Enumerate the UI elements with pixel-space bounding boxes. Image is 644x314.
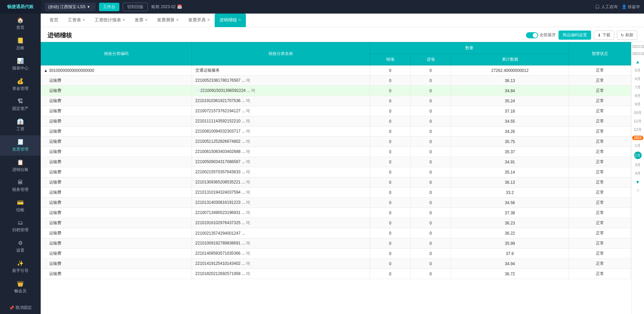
sidebar-item-sales-ledger[interactable]: 📋 进销台账 [0,156,41,176]
table-cell-status: 正常 [569,208,631,218]
panel-month-7[interactable]: 7月 [631,83,644,91]
panel-month-8[interactable]: 8月 [631,92,644,100]
table-cell-sales: 0 [370,116,410,126]
panel-nav-down[interactable]: ▼ [631,178,644,186]
toggle-label: 全部展开 [540,32,556,38]
panel-month-4[interactable]: 4月 [631,170,644,177]
page-title: 进销稽核 [47,31,72,39]
table-cell-invoice: 22100511252826674802 ... 吨 [192,137,370,147]
sidebar-item-funds[interactable]: 💰 资金管理 [0,75,41,95]
workbench-button[interactable]: 工作台 [99,3,119,11]
company-selector[interactable]: (勿动) 江西报宝-LSS ▾ [45,3,96,11]
panel-month-3[interactable]: 3月 [631,161,644,169]
table-cell-sales: 0 [370,76,410,86]
table-cell-invoice: 22101111143592152210 ... 吨 [192,116,370,126]
sidebar-item-member[interactable]: 👑 畅会员 [0,277,41,297]
tab-invoice[interactable]: 发票 ✕ [130,14,152,27]
toggle-expand[interactable]: 全部展开 [526,32,556,38]
panel-month-6[interactable]: 6月 [631,75,644,83]
table-row: 运输费 [41,76,192,86]
table-row: 运输费 [41,228,192,238]
download-button[interactable]: ⬇ 下载 [594,31,614,40]
table-cell-in: 0 [410,96,451,106]
panel-month-10[interactable]: 10月 [631,109,644,117]
support-link[interactable]: 🎧 人工咨询 [595,4,617,10]
member-icon: 👑 [17,280,24,287]
dropdown-icon: ▾ [87,4,90,9]
main-content: (勿动) 江西报宝-LSS ▾ 工作台 切到旧版 账期 2023-02 📅 🎧 … [41,0,644,314]
panel-month-9[interactable]: 9月 [631,100,644,108]
user-info[interactable]: 👤 徐鉴华 [622,4,640,10]
table-cell-total: 27262.40000000012 [451,65,569,76]
tab-close-invoice[interactable]: ✕ [145,18,148,22]
tab-close-salary-stats[interactable]: ✕ [122,18,125,22]
table-cell-sales: 0 [370,65,410,76]
sidebar-item-settings[interactable]: ⚙ 设置 [0,236,41,257]
fixed-assets-icon: 🏗 [18,98,23,104]
table-cell-status: 正常 [569,238,631,249]
unpin-button[interactable]: 📌 取消固定 [0,301,41,314]
table-cell-status: 正常 [569,147,631,157]
table-cell-invoice: 22101910361921707536 ... 吨 [192,96,370,106]
current-month-badge[interactable]: 2月 [634,152,642,159]
table-cell-status: 正常 [569,65,631,76]
col-tax-code: 税收分类编码 [41,42,192,65]
tabbar: 首页 工资表 ✕ 工资统计报表 ✕ 发票 ✕ 发票测算 ✕ 发票开具 ✕ 进销稽… [41,14,644,27]
table-cell-sales: 0 [370,137,410,147]
table-cell-status: 正常 [569,259,631,269]
sidebar-item-fixed-assets[interactable]: 🏗 固定资产 [0,95,41,115]
table-cell-sales: 0 [370,126,410,137]
sidebar-item-reports[interactable]: 📊 报表中心 [0,54,41,75]
panel-month-11[interactable]: 11月 [631,117,644,125]
sidebar-item-tax[interactable]: 🏛 税务管理 [0,176,41,196]
panel-month-5[interactable]: 5月 [631,66,644,74]
tab-close-salary-table[interactable]: ✕ [82,18,85,22]
calendar-icon[interactable]: 📅 [177,4,182,9]
switch-old-button[interactable]: 切到旧版 [123,3,148,11]
tab-close-invoice-open[interactable]: ✕ [207,18,210,22]
right-panel: 2023.02 2023.02 ▲ 5月 6月 7月 8月 9月 10月 11月… [631,42,644,314]
table-cell-sales: 0 [370,106,410,116]
table-row: 运输费 [41,208,192,218]
page-actions: 全部展开 商品编码设置 ⬇ 下载 ↻ 刷新 [526,31,637,40]
panel-month-12[interactable]: 12月 [631,126,644,134]
table-row: 运输费 [41,86,192,96]
reports-icon: 📊 [17,58,24,64]
sidebar-item-settlement[interactable]: 💳 结账 [0,196,41,216]
panel-fav[interactable]: ☆ [631,187,644,194]
tab-invoice-calc[interactable]: 发票测算 ✕ [152,14,183,27]
tab-close-invoice-calc[interactable]: ✕ [176,18,179,22]
table-cell-invoice: 22100215570357643633 ... 吨 [192,167,370,177]
table-cell-invoice: 22101309365208535221 ... 吨 [192,177,370,188]
sidebar-item-invoices[interactable]: 🧾 发票管理 [0,135,41,156]
sidebar-item-salary[interactable]: 👔 工资 [0,115,41,135]
panel-month-1[interactable]: 1月 [631,142,644,150]
table-cell-total: 35.24 [451,96,569,106]
tab-sales-check[interactable]: 进销稽核 ✕ [215,14,246,27]
table-cell-sales: 0 [370,259,410,269]
table-cell-total: 34.56 [451,198,569,208]
table-row: 运输费 [41,249,192,259]
table-cell-in: 0 [410,218,451,228]
sidebar: 畅捷通易代账 🏠 首页 📒 总账 📊 报表中心 💰 资金管理 🏗 固定资产 👔 … [0,0,41,314]
tab-invoice-open[interactable]: 发票开具 ✕ [183,14,215,27]
table-cell-sales: 0 [370,228,410,238]
table-cell-in: 0 [410,65,451,76]
product-code-button[interactable]: 商品编码设置 [559,31,591,40]
table-cell-sales: 0 [370,157,410,167]
sidebar-item-home[interactable]: 🏠 首页 [0,14,41,34]
panel-nav-up[interactable]: ▲ [631,58,644,66]
toggle-switch[interactable] [526,32,538,38]
tab-home[interactable]: 首页 [45,14,63,27]
sidebar-item-ledger[interactable]: 📒 总账 [0,34,41,54]
sidebar-item-archive[interactable]: 🗂 归档管理 [0,216,41,236]
table-cell-total: 34.84 [451,86,569,96]
panel-month-2-current[interactable]: 2月 [631,150,644,160]
tab-salary-stats[interactable]: 工资统计报表 ✕ [90,14,130,27]
tab-salary-table[interactable]: 工资表 ✕ [63,14,90,27]
sidebar-item-guide[interactable]: ✨ 新手引导 [0,257,41,277]
table-cell-status: 正常 [569,106,631,116]
refresh-button[interactable]: ↻ 刷新 [617,31,637,40]
tab-close-sales-check[interactable]: ✕ [238,18,241,22]
col-quantity-group: 数量 [370,42,569,54]
